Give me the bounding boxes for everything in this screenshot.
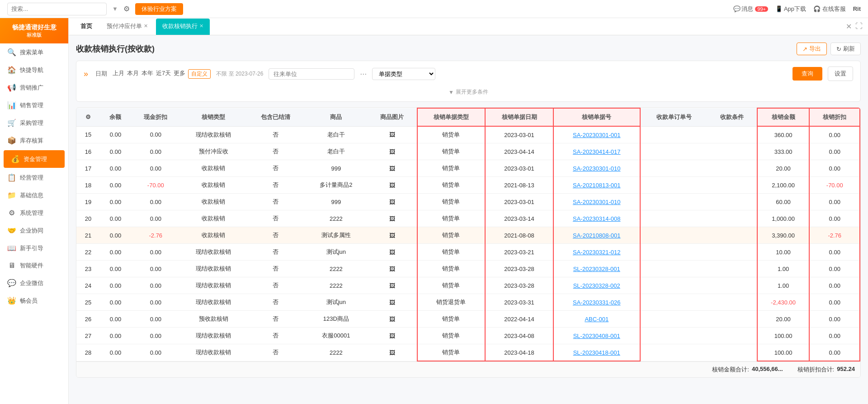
app-download-link[interactable]: 📱 App下载: [775, 5, 806, 13]
col-header-0[interactable]: ⚙: [76, 108, 100, 126]
sidebar-label-marketing: 营销推广: [20, 84, 43, 92]
cell-0-9[interactable]: SA-20230301-001: [553, 126, 640, 143]
sidebar-label-quicknav: 快捷导航: [20, 66, 43, 74]
operations-icon: 📋: [7, 173, 16, 182]
sidebar-item-quicknav[interactable]: 🏠 快捷导航: [0, 61, 68, 79]
bill-no-link-4[interactable]: SA-20230301-010: [573, 199, 621, 205]
cell-5-9[interactable]: SA-20230314-008: [553, 210, 640, 227]
bill-type-select[interactable]: 单据类型: [372, 68, 435, 80]
cell-7-5: 测试jun: [305, 244, 368, 261]
sidebar-item-wechat[interactable]: 💬 企业微信: [0, 274, 68, 292]
hardware-icon: 🖥: [7, 261, 16, 270]
tab-close-prepay[interactable]: ✕: [144, 23, 148, 29]
cell-13-9[interactable]: SL-20230418-001: [553, 344, 640, 361]
date-this-month[interactable]: 本月: [127, 69, 139, 79]
bill-no-link-11[interactable]: ABC-001: [585, 316, 609, 323]
tab-receipt-cancel[interactable]: 收款核销执行✕: [156, 19, 210, 35]
bill-no-link-5[interactable]: SA-20230314-008: [573, 215, 621, 222]
sidebar-item-sales[interactable]: 📊 销售管理: [0, 96, 68, 114]
cell-3-12: 2,100.00: [757, 177, 810, 194]
tab-close-receipt-cancel[interactable]: ✕: [199, 23, 203, 29]
cell-4-11: [708, 194, 757, 210]
sidebar-item-collab[interactable]: 🤝 企业协同: [0, 222, 68, 239]
sidebar-item-member[interactable]: 👑 畅会员: [0, 292, 68, 309]
date-last-month[interactable]: 上月: [113, 69, 124, 79]
sidebar-item-finance[interactable]: 💰 资金管理: [4, 150, 65, 168]
sidebar-label-system: 系统管理: [20, 209, 43, 217]
cell-9-10: [640, 277, 708, 294]
cell-4-1: 0.00: [100, 194, 131, 210]
user-name[interactable]: Rit: [853, 5, 861, 12]
cell-10-9[interactable]: SA-20230331-026: [553, 294, 640, 311]
cell-2-9[interactable]: SA-20230301-010: [553, 160, 640, 177]
cell-2-8: 2023-03-01: [485, 160, 553, 177]
bill-no-link-13[interactable]: SL-20230418-001: [573, 349, 620, 356]
bill-no-link-1[interactable]: SA-20230414-017: [573, 148, 621, 155]
cell-8-5: 2222: [305, 261, 368, 277]
cell-0-0: 15: [76, 126, 100, 143]
online-service-link[interactable]: 🎧 在线客服: [813, 5, 846, 13]
cell-2-11: [708, 160, 757, 177]
export-button[interactable]: ↗ 导出: [797, 43, 827, 55]
bill-no-link-12[interactable]: SL-20230408-001: [573, 333, 620, 339]
cell-12-9[interactable]: SL-20230408-001: [553, 328, 640, 344]
sidebar-item-search[interactable]: 🔍 搜索菜单: [0, 43, 68, 61]
message-link[interactable]: 💬 消息 99+: [733, 5, 768, 13]
maximize-icon[interactable]: ⛶: [855, 22, 863, 31]
sidebar-item-basic[interactable]: 📁 基础信息: [0, 186, 68, 204]
partner-input[interactable]: [269, 68, 354, 80]
sidebar-item-hardware[interactable]: 🖥 智能硬件: [0, 257, 68, 274]
cell-12-8: 2023-04-08: [485, 328, 553, 344]
date-7-days[interactable]: 近7天: [156, 69, 171, 79]
cell-4-9[interactable]: SA-20230301-010: [553, 194, 640, 210]
cell-0-7: 销货单: [417, 126, 486, 143]
cell-0-2: 0.00: [131, 126, 180, 143]
cell-7-1: 0.00: [100, 244, 131, 261]
basic-icon: 📁: [7, 191, 16, 200]
cell-9-5: 2222: [305, 277, 368, 294]
cell-5-2: 0.00: [131, 210, 180, 227]
cell-11-9[interactable]: ABC-001: [553, 311, 640, 328]
date-this-year[interactable]: 本年: [142, 69, 153, 79]
cell-8-9[interactable]: SL-20230328-001: [553, 261, 640, 277]
settings-button[interactable]: 设置: [828, 67, 853, 81]
date-more[interactable]: 更多: [174, 69, 185, 79]
bill-no-link-6[interactable]: SA-20210808-001: [573, 232, 621, 239]
date-custom[interactable]: 自定义: [188, 69, 211, 79]
sidebar-item-guide[interactable]: 📖 新手引导: [0, 239, 68, 257]
bill-no-link-7[interactable]: SA-20230321-012: [573, 249, 621, 256]
query-button[interactable]: 查询: [793, 67, 822, 81]
sales-icon: 📊: [7, 101, 16, 109]
cell-3-9[interactable]: SA-20210813-001: [553, 177, 640, 194]
sidebar-item-marketing[interactable]: 📢 营销推广: [0, 79, 68, 96]
cell-9-9[interactable]: SL-20230328-002: [553, 277, 640, 294]
cell-6-9[interactable]: SA-20210808-001: [553, 227, 640, 244]
cell-7-9[interactable]: SA-20230321-012: [553, 244, 640, 261]
cell-1-9[interactable]: SA-20230414-017: [553, 143, 640, 160]
expand-more-btn[interactable]: ▼ 展开更多条件: [84, 88, 853, 96]
bill-no-link-2[interactable]: SA-20230301-010: [573, 165, 621, 172]
cell-13-0: 28: [76, 344, 100, 361]
tab-home[interactable]: 首页: [74, 19, 99, 35]
bill-no-link-0[interactable]: SA-20230301-001: [573, 132, 621, 138]
bill-no-link-3[interactable]: SA-20210813-001: [573, 182, 621, 189]
sidebar-nav: 🔍 搜索菜单🏠 快捷导航📢 营销推广📊 销售管理🛒 采购管理📦 库存核算💰 资金…: [0, 43, 68, 309]
refresh-button[interactable]: ↻ 刷新: [830, 43, 861, 55]
cell-6-11: [708, 227, 757, 244]
tab-bar: 首页预付冲应付单✕收款核销执行✕ ✕ ⛶: [69, 18, 868, 35]
sidebar-item-purchase[interactable]: 🛒 采购管理: [0, 114, 68, 132]
industry-btn[interactable]: 休验行业方案: [135, 3, 183, 15]
close-window-icon[interactable]: ✕: [846, 22, 852, 31]
gear-icon[interactable]: ⚙: [123, 5, 130, 13]
search-input[interactable]: [7, 3, 107, 15]
sidebar-item-system[interactable]: ⚙ 系统管理: [0, 204, 68, 222]
tab-prepay[interactable]: 预付冲应付单✕: [100, 19, 154, 35]
bill-no-link-10[interactable]: SA-20230331-026: [573, 299, 621, 306]
sidebar-item-operations[interactable]: 📋 经营管理: [0, 169, 68, 186]
sidebar-label-purchase: 采购管理: [20, 119, 43, 127]
cell-12-5: 衣服00001: [305, 328, 368, 344]
bill-no-link-9[interactable]: SL-20230328-002: [573, 282, 620, 289]
filter-toggle[interactable]: »: [84, 69, 88, 79]
bill-no-link-8[interactable]: SL-20230328-001: [573, 266, 620, 272]
sidebar-item-inventory[interactable]: 📦 库存核算: [0, 132, 68, 149]
